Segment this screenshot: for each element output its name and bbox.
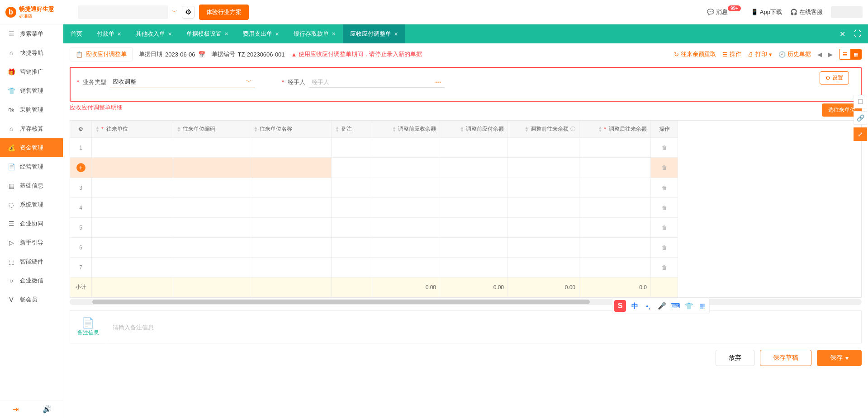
table-header[interactable]: ▲▼调整前应收余额 <box>372 121 440 138</box>
table-cell[interactable] <box>92 138 173 158</box>
table-cell[interactable] <box>579 258 651 277</box>
table-cell[interactable] <box>332 178 372 198</box>
view-toggle[interactable]: ☰ ▦ <box>839 49 862 60</box>
table-header[interactable]: ▲▼往来单位编码 <box>173 121 250 138</box>
sidebar-item-2[interactable]: 🎁营销推广 <box>0 62 63 81</box>
table-cell[interactable] <box>332 238 372 258</box>
form-settings-button[interactable]: ⚙设置 <box>820 71 849 85</box>
table-cell[interactable] <box>332 158 372 178</box>
table-cell[interactable] <box>372 178 440 198</box>
sidebar-item-13[interactable]: ○企业微信 <box>0 271 63 290</box>
table-cell[interactable] <box>440 238 508 258</box>
sidebar-collapse-button[interactable]: ⇥ <box>0 400 32 418</box>
tab-6[interactable]: 应收应付调整单✕ <box>343 24 405 43</box>
business-type-select[interactable]: 应收调整 ﹀ <box>110 76 255 88</box>
table-cell[interactable] <box>173 218 250 238</box>
row-delete[interactable]: 🗑 <box>651 198 678 218</box>
table-cell[interactable] <box>440 158 508 178</box>
online-service-link[interactable]: 🎧 在线客服 <box>790 8 823 16</box>
card-view-icon[interactable]: ▦ <box>850 49 861 59</box>
handler-input[interactable]: ⋯ <box>309 77 445 88</box>
ime-grid-icon[interactable]: ▦ <box>697 301 707 311</box>
row-delete[interactable]: 🗑 <box>651 158 678 178</box>
company-selector[interactable]: ﹀ <box>78 5 177 19</box>
close-icon[interactable]: ✕ <box>332 31 336 37</box>
table-header[interactable]: 操作 <box>651 121 678 138</box>
table-cell[interactable] <box>250 238 332 258</box>
ime-keyboard-icon[interactable]: ⌨ <box>670 301 680 311</box>
tab-1[interactable]: 付款单✕ <box>90 24 128 43</box>
calendar-icon[interactable]: 📅 <box>198 51 205 58</box>
table-cell[interactable] <box>508 178 579 198</box>
close-icon[interactable]: ✕ <box>117 31 121 37</box>
table-cell[interactable] <box>173 258 250 277</box>
sidebar-item-8[interactable]: ▦基础信息 <box>0 176 63 195</box>
sidebar-item-1[interactable]: ⌂快捷导航 <box>0 43 63 62</box>
sidebar-sound-button[interactable]: 🔊 <box>32 400 63 418</box>
table-cell[interactable] <box>579 218 651 238</box>
table-header[interactable]: ▲▼往来单位名称 <box>250 121 332 138</box>
trial-button[interactable]: 体验行业方案 <box>199 5 249 20</box>
table-cell[interactable] <box>173 138 250 158</box>
table-cell[interactable] <box>372 138 440 158</box>
tab-close-all-button[interactable]: ✕ <box>836 28 848 40</box>
table-header[interactable]: ▲▼调整前应付余额 <box>440 121 508 138</box>
table-cell[interactable] <box>579 138 651 158</box>
table-header[interactable]: ⚙ <box>70 121 92 138</box>
ime-lang-toggle[interactable]: 中 <box>630 301 640 311</box>
table-cell[interactable] <box>332 258 372 277</box>
sidebar-item-6[interactable]: 💰资金管理 <box>0 138 63 157</box>
table-header[interactable]: ▲▼*调整后往来余额 <box>579 121 651 138</box>
table-cell[interactable] <box>372 238 440 258</box>
sidebar-item-5[interactable]: ⌂库存核算 <box>0 119 63 138</box>
row-delete[interactable]: 🗑 <box>651 178 678 198</box>
table-cell[interactable] <box>250 158 332 178</box>
close-icon[interactable]: ✕ <box>224 31 228 37</box>
row-delete[interactable]: 🗑 <box>651 238 678 258</box>
history-action[interactable]: 🕘历史单据 <box>778 50 811 58</box>
table-cell[interactable] <box>173 158 250 178</box>
ime-punct-icon[interactable]: •, <box>643 301 653 311</box>
remark-input[interactable] <box>113 324 855 331</box>
discard-button[interactable]: 放弃 <box>716 350 754 366</box>
table-cell[interactable] <box>440 178 508 198</box>
app-download-link[interactable]: 📱 App下载 <box>751 8 782 16</box>
add-row-button[interactable]: + <box>76 163 85 172</box>
table-cell[interactable] <box>508 218 579 238</box>
tab-2[interactable]: 其他收入单✕ <box>128 24 179 43</box>
table-cell[interactable] <box>332 138 372 158</box>
tab-4[interactable]: 费用支出单✕ <box>236 24 286 43</box>
sidebar-item-4[interactable]: 🛍采购管理 <box>0 100 63 119</box>
table-cell[interactable] <box>250 198 332 218</box>
doc-date[interactable]: 2023-06-06 <box>165 51 195 58</box>
table-cell[interactable] <box>440 218 508 238</box>
sidebar-item-3[interactable]: 👕销售管理 <box>0 81 63 100</box>
save-button[interactable]: 保存▾ <box>817 350 862 366</box>
reget-balance-action[interactable]: ↻往来余额重取 <box>674 50 716 58</box>
horizontal-scrollbar[interactable] <box>70 299 862 305</box>
ime-mic-icon[interactable]: 🎤 <box>657 301 667 311</box>
table-cell[interactable] <box>508 138 579 158</box>
sidebar-item-10[interactable]: ☰企业协同 <box>0 214 63 233</box>
table-cell[interactable] <box>372 218 440 238</box>
table-cell[interactable] <box>173 238 250 258</box>
next-doc-button[interactable]: ▶ <box>828 51 833 58</box>
list-view-icon[interactable]: ☰ <box>840 49 850 59</box>
row-delete[interactable]: 🗑 <box>651 138 678 158</box>
sidebar-item-11[interactable]: ▷新手引导 <box>0 233 63 252</box>
sidebar-item-14[interactable]: V畅会员 <box>0 290 63 309</box>
table-header[interactable]: ▲▼备注 <box>332 121 372 138</box>
print-action[interactable]: 🖨打印▾ <box>748 50 772 58</box>
tab-3[interactable]: 单据模板设置✕ <box>179 24 236 43</box>
rail-note-button[interactable]: ☐ <box>854 95 867 108</box>
table-cell[interactable] <box>92 218 173 238</box>
table-cell[interactable] <box>508 238 579 258</box>
table-cell[interactable] <box>508 198 579 218</box>
table-cell[interactable] <box>250 178 332 198</box>
table-cell[interactable] <box>440 198 508 218</box>
table-header[interactable]: ▲▼调整前往来余额 ⓘ <box>508 121 579 138</box>
table-cell[interactable] <box>332 198 372 218</box>
table-cell[interactable] <box>332 218 372 238</box>
more-icon[interactable]: ⋯ <box>435 79 442 85</box>
save-draft-button[interactable]: 保存草稿 <box>760 350 811 366</box>
